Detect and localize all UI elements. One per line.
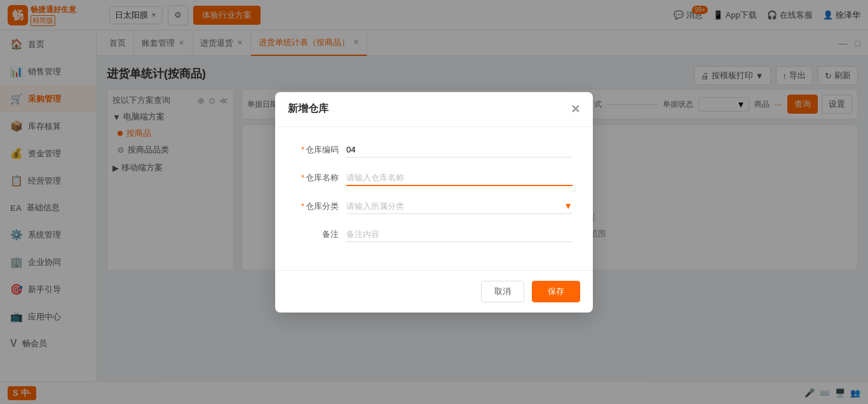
new-warehouse-modal: 新增仓库 ✕ *仓库编码 *仓库名称 *仓库分类	[275, 92, 593, 313]
modal-header: 新增仓库 ✕	[275, 92, 593, 127]
form-label-category: *仓库分类	[295, 201, 346, 212]
category-dropdown-arrow: ▼	[564, 201, 573, 211]
modal-overlay[interactable]: 新增仓库 ✕ *仓库编码 *仓库名称 *仓库分类	[0, 0, 868, 404]
form-row-remark: 备注	[295, 227, 573, 242]
form-row-name: *仓库名称	[295, 170, 573, 186]
form-label-name: *仓库名称	[295, 172, 346, 184]
form-label-remark: 备注	[295, 229, 346, 240]
cancel-button[interactable]: 取消	[481, 281, 524, 302]
modal-body: *仓库编码 *仓库名称 *仓库分类 ▼	[275, 127, 593, 270]
required-star-code: *	[301, 145, 304, 154]
required-star-category: *	[301, 201, 304, 211]
save-button[interactable]: 保存	[532, 281, 580, 302]
required-star-name: *	[301, 173, 304, 182]
modal-close-button[interactable]: ✕	[571, 102, 580, 116]
form-row-code: *仓库编码	[295, 142, 573, 158]
warehouse-category-select[interactable]: ▼	[346, 199, 573, 214]
warehouse-name-input[interactable]	[346, 170, 573, 186]
warehouse-category-input[interactable]	[346, 199, 564, 213]
modal-footer: 取消 保存	[275, 270, 593, 313]
warehouse-remark-input[interactable]	[346, 227, 573, 242]
form-label-code: *仓库编码	[295, 144, 346, 156]
warehouse-code-input[interactable]	[346, 142, 573, 158]
modal-title: 新增仓库	[288, 102, 329, 116]
form-row-category: *仓库分类 ▼	[295, 199, 573, 214]
